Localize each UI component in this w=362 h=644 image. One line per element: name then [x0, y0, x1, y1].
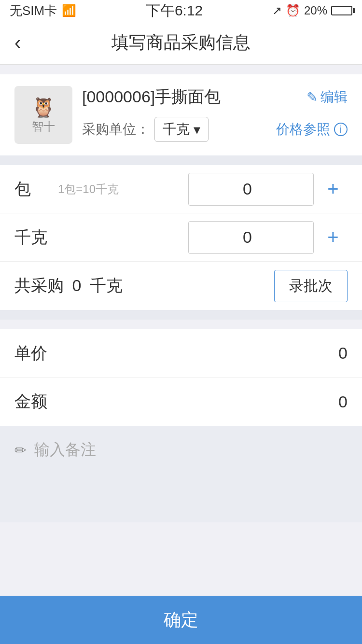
unit-price-label: 单价 — [14, 342, 47, 364]
kg-input-row: 千克 + — [0, 213, 362, 262]
nav-bar: ‹ 填写商品采购信息 — [0, 21, 362, 65]
status-time: 下午6:12 — [146, 1, 203, 21]
page-title: 填写商品采购信息 — [111, 31, 251, 55]
kg-input-wrap: + — [53, 221, 348, 254]
status-right: ↗ ⏰ 20% — [272, 4, 352, 17]
product-image: 🦉 智十 — [14, 86, 72, 144]
edit-icon: ✎ — [306, 89, 318, 105]
section-divider-2 — [0, 310, 362, 320]
purchase-unit-row: 采购单位： 千克 ▾ 价格参照 i — [82, 117, 348, 142]
confirm-bar[interactable]: 确定 — [0, 596, 362, 644]
carrier-text: 无SIM卡 — [10, 2, 57, 19]
price-ref-button[interactable]: 价格参照 i — [276, 120, 348, 139]
bag-input-row: 包 1包=10千克 + — [0, 165, 362, 213]
info-icon: i — [334, 123, 348, 136]
location-icon: ↗ — [272, 4, 282, 17]
status-left: 无SIM卡 📶 — [10, 2, 76, 19]
section-divider-1 — [0, 155, 362, 165]
bag-label: 包 — [14, 178, 53, 200]
unit-selector[interactable]: 千克 ▾ — [154, 117, 209, 142]
kg-input[interactable] — [188, 221, 314, 254]
product-card: 🦉 智十 [0000006]手撕面包 ✎ 编辑 采购单位： 千克 ▾ 价格参照 — [0, 74, 362, 155]
bag-hint: 1包=10千克 — [58, 182, 119, 197]
input-section: 包 1包=10千克 + 千克 + — [0, 165, 362, 262]
product-logo-text: 智十 — [32, 119, 55, 134]
unit-value: 千克 — [163, 120, 190, 139]
batch-button[interactable]: 录批次 — [274, 270, 348, 302]
status-bar: 无SIM卡 📶 下午6:12 ↗ ⏰ 20% — [0, 0, 362, 21]
price-ref-label: 价格参照 — [276, 120, 330, 139]
notes-inner: ✏ 输入备注 — [14, 439, 348, 461]
chevron-down-icon: ▾ — [194, 122, 200, 138]
wifi-icon: 📶 — [62, 4, 76, 17]
summary-amount: 0 — [72, 276, 81, 294]
amount-row: 金额 0 — [0, 378, 362, 426]
summary-prefix: 共采购 — [14, 276, 64, 294]
kg-plus-button[interactable]: + — [319, 221, 348, 254]
confirm-button[interactable]: 确定 — [164, 608, 198, 632]
kg-label: 千克 — [14, 226, 53, 249]
product-name: [0000006]手撕面包 — [82, 86, 221, 108]
unit-price-row: 单价 0 — [0, 329, 362, 378]
summary-text: 共采购 0 千克 — [14, 275, 123, 297]
edit-label: 编辑 — [320, 88, 348, 106]
bag-plus-button[interactable]: + — [319, 173, 348, 206]
bag-input[interactable] — [188, 173, 314, 206]
summary-row: 共采购 0 千克 录批次 — [0, 262, 362, 310]
amount-label: 金额 — [14, 391, 47, 413]
product-name-row: [0000006]手撕面包 ✎ 编辑 — [82, 86, 348, 108]
alarm-icon: ⏰ — [286, 4, 300, 17]
unit-label: 采购单位： — [82, 120, 150, 139]
summary-unit: 千克 — [90, 276, 123, 294]
unit-price-value: 0 — [338, 344, 348, 363]
battery-icon — [331, 6, 352, 15]
bag-input-wrap: + — [119, 173, 348, 206]
amount-value: 0 — [338, 392, 348, 411]
price-section: 单价 0 金额 0 — [0, 329, 362, 426]
battery-percent: 20% — [304, 4, 327, 17]
notes-placeholder: 输入备注 — [34, 439, 96, 461]
product-logo: 🦉 — [31, 96, 56, 119]
back-button[interactable]: ‹ — [14, 32, 21, 54]
notes-section[interactable]: ✏ 输入备注 — [0, 426, 362, 522]
product-info: [0000006]手撕面包 ✎ 编辑 采购单位： 千克 ▾ 价格参照 i — [82, 86, 348, 142]
pencil-icon: ✏ — [14, 442, 27, 459]
edit-button[interactable]: ✎ 编辑 — [306, 88, 348, 106]
